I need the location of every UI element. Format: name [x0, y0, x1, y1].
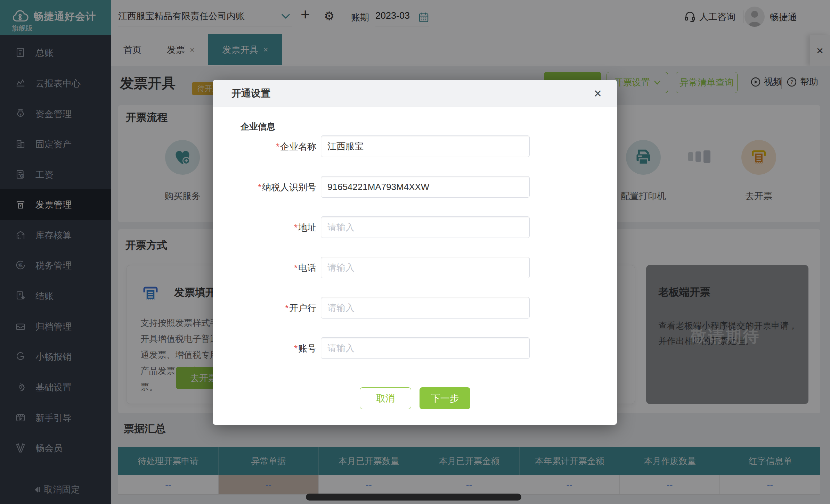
form-row-address: *地址 — [213, 216, 617, 239]
address-field[interactable] — [321, 216, 530, 238]
bank-field[interactable] — [321, 297, 530, 319]
required-asterisk: * — [258, 182, 261, 192]
form-row-taxpayer-id: *纳税人识别号 — [213, 176, 617, 198]
phone-field[interactable] — [321, 257, 530, 278]
dialog-title: 开通设置 — [231, 80, 270, 107]
close-icon[interactable]: × — [594, 80, 602, 107]
required-asterisk: * — [294, 222, 298, 233]
form-row-account-number: *账号 — [213, 337, 617, 360]
required-asterisk: * — [294, 263, 298, 273]
form-row-bank: *开户行 — [213, 297, 617, 319]
cancel-button[interactable]: 取消 — [360, 387, 411, 409]
required-asterisk: * — [294, 343, 298, 354]
form-row-phone: *电话 — [213, 257, 617, 279]
company-name-field[interactable] — [321, 135, 530, 157]
dialog-header: 开通设置 × — [213, 80, 617, 107]
form-row-company-name: *企业名称 — [213, 135, 617, 158]
required-asterisk: * — [276, 141, 279, 152]
company-info-section-label: 企业信息 — [241, 121, 275, 132]
account-number-field[interactable] — [321, 337, 530, 359]
required-asterisk: * — [285, 303, 288, 313]
taxpayer-id-field[interactable] — [321, 176, 530, 198]
next-step-button[interactable]: 下一步 — [420, 387, 470, 409]
app-window: 畅捷通好会计 旗舰版 ¥ 总账 云报表中心 ¥ 资金管理 固定资产 ¥ 工资 ¥… — [0, 0, 830, 504]
activation-settings-dialog: 开通设置 × 企业信息 *企业名称 *纳税人识别号 *地址 *电话 *开户行 *… — [213, 80, 617, 425]
